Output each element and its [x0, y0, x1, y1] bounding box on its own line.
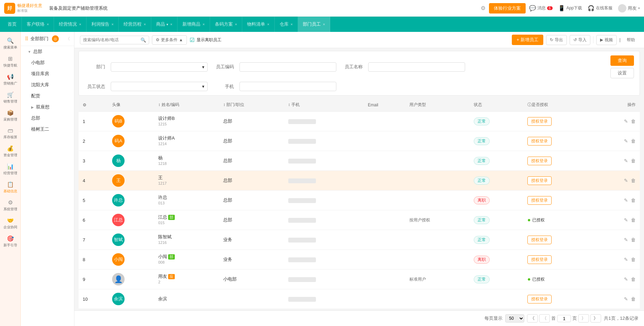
edit-icon[interactable]: ✎ [624, 296, 628, 302]
close-icon[interactable]: × [202, 22, 205, 26]
delete-icon[interactable]: 🗑 [631, 197, 636, 203]
close-icon[interactable]: × [267, 22, 269, 26]
sidebar-item-collab[interactable]: 🤝 企业协同 [0, 214, 20, 232]
prev-page-button[interactable]: 〈 [539, 314, 550, 323]
edit-icon[interactable]: ✎ [624, 138, 628, 144]
tab-warehouse[interactable]: 仓库× [275, 17, 298, 32]
help-button[interactable]: 帮助 [623, 35, 638, 45]
edit-icon[interactable]: ✎ [624, 197, 628, 203]
gear-button[interactable]: ⚙ [481, 5, 486, 11]
sidebar-item-system[interactable]: ⚙ 系统管理 [0, 196, 20, 214]
edit-icon[interactable]: ✎ [624, 237, 628, 243]
delete-icon[interactable]: 🗑 [631, 296, 636, 302]
sidebar-item-management[interactable]: 📊 经营管理 [0, 160, 20, 178]
tab-operation[interactable]: 经营情况× [54, 17, 86, 32]
tree-node-peihuo[interactable]: 配货 [21, 90, 74, 102]
close-icon[interactable]: × [291, 22, 293, 26]
sidebar-item-purchase[interactable]: 📦 采购管理 [0, 107, 20, 125]
close-icon[interactable]: × [235, 22, 237, 26]
close-icon[interactable]: × [323, 22, 325, 26]
trial-button[interactable]: 体验行业方案 [489, 3, 526, 14]
emp-status-select[interactable]: ▾ [111, 82, 208, 91]
tree-node-project[interactable]: 项目库房 [21, 68, 74, 79]
collapse-button[interactable]: 《 [66, 36, 70, 42]
search-box[interactable]: 🔍 [80, 36, 149, 44]
tree-node-shuangzuo[interactable]: ▶ 双座想 [21, 102, 74, 113]
tab-barcode[interactable]: 条码方案× [210, 17, 242, 32]
edit-icon[interactable]: ✎ [624, 276, 628, 282]
tree-node-shenyang[interactable]: 沈阳大库 [21, 79, 74, 90]
auth-button[interactable]: 授权登录 [527, 295, 552, 303]
auth-button[interactable]: 授权登录 [527, 137, 552, 146]
delete-icon[interactable]: 🗑 [631, 138, 636, 144]
dept-select[interactable]: ▾ [111, 62, 208, 72]
auth-button[interactable]: 授权登录 [527, 157, 552, 165]
tab-history[interactable]: 经营历程× [119, 17, 151, 32]
edit-icon[interactable]: ✎ [624, 158, 628, 164]
sidebar-item-search[interactable]: 🔍 搜索菜单 [0, 35, 20, 53]
reset-button[interactable]: 设置 [610, 68, 634, 78]
add-employee-button[interactable]: + 新增员工 [512, 35, 543, 45]
edit-icon[interactable]: ✎ [624, 217, 628, 223]
tab-add-goods[interactable]: 新增商品× [178, 17, 210, 32]
last-page-button[interactable]: 》 [590, 314, 601, 323]
close-icon[interactable]: × [79, 22, 81, 26]
phone-input[interactable] [239, 82, 336, 91]
sidebar-item-nav[interactable]: ⊞ 快捷导航 [0, 53, 20, 71]
video-button[interactable]: ▶ 视频 [596, 35, 617, 45]
per-page-select[interactable]: 50 100 200 [505, 314, 524, 323]
app-download-button[interactable]: 📱 App下载 [558, 5, 582, 11]
sidebar-item-sales[interactable]: 🛒 销售管理 [0, 89, 20, 107]
delete-icon[interactable]: 🗑 [631, 158, 636, 164]
emp-name-input[interactable] [368, 62, 465, 72]
delete-icon[interactable]: 🗑 [631, 178, 636, 183]
tab-material[interactable]: 物料清单× [242, 17, 274, 32]
current-page-input[interactable] [557, 315, 571, 322]
auth-button[interactable]: 授权登录 [527, 196, 552, 205]
delete-icon[interactable]: 🗑 [631, 217, 636, 223]
sidebar-item-marketing[interactable]: 📢 营销推广 [0, 71, 20, 89]
online-service-button[interactable]: 🎧 在线客服 [588, 5, 613, 11]
more-filter-button[interactable]: ⚙ 更多条件 ▲ [152, 35, 187, 45]
delete-icon[interactable]: 🗑 [631, 118, 636, 124]
col-name[interactable]: ↕ 姓名/编码 [154, 98, 219, 112]
tab-goods[interactable]: 商品▾× [151, 17, 178, 32]
sidebar-item-inventory[interactable]: 🗃 库存核算 [0, 125, 20, 142]
auth-button[interactable]: 授权登录 [527, 236, 552, 244]
tab-customer[interactable]: 客户联络× [22, 17, 54, 32]
delete-icon[interactable]: 🗑 [631, 237, 636, 243]
user-area[interactable]: 用友 ▾ [618, 4, 640, 12]
tree-node-xiaodibu[interactable]: 小电部 [21, 57, 74, 68]
emp-code-input[interactable] [239, 62, 336, 72]
delete-icon[interactable]: 🗑 [631, 257, 636, 262]
tab-department[interactable]: 部门员工× [298, 17, 330, 32]
query-button[interactable]: 查询 [610, 55, 634, 66]
delete-icon[interactable]: 🗑 [631, 276, 636, 282]
edit-icon[interactable]: ✎ [624, 257, 628, 262]
sidebar-item-finance[interactable]: 💰 资金管理 [0, 142, 20, 160]
export-button[interactable]: ↻ 导出 [546, 35, 567, 45]
tab-home[interactable]: 首页 [3, 17, 22, 32]
tree-node-zhishu[interactable]: 植树王二 [21, 124, 74, 135]
col-dept[interactable]: ↕ 部门/职位 [219, 98, 284, 112]
col-phone[interactable]: ↕ 手机 [284, 98, 364, 112]
close-icon[interactable]: × [47, 22, 49, 26]
search-input[interactable] [83, 37, 139, 42]
tree-node-zongbu[interactable]: 总部 [21, 113, 74, 124]
close-icon[interactable]: × [144, 22, 146, 26]
message-button[interactable]: 💬 消息 6 [529, 5, 553, 11]
edit-icon[interactable]: ✎ [624, 178, 628, 183]
col-settings[interactable]: ⚙ [79, 98, 108, 112]
sidebar-item-guide[interactable]: 🎯 新手引导 [0, 232, 20, 250]
edit-icon[interactable]: ✎ [624, 118, 628, 124]
auth-button[interactable]: 授权登录 [527, 255, 552, 264]
tab-profit[interactable]: 利润报告× [87, 17, 119, 32]
close-icon[interactable]: × [111, 22, 114, 26]
auth-button[interactable]: 授权登录 [527, 117, 552, 126]
next-page-button[interactable]: 〉 [578, 314, 589, 323]
sidebar-item-basic[interactable]: 📋 基础信息 [0, 178, 20, 196]
auth-button[interactable]: 授权登录 [527, 176, 552, 185]
close-icon[interactable]: × [170, 22, 172, 26]
first-page-button[interactable]: 《 [527, 314, 538, 323]
show-resigned-toggle[interactable]: ☑ 显示离职员工 [190, 37, 221, 43]
